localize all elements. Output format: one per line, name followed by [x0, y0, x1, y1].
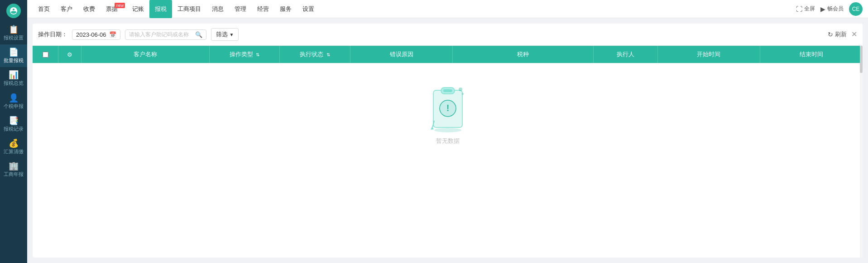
sidebar-item-label-2: 报税总览: [4, 80, 24, 86]
fullscreen-button[interactable]: ⛶ 全屏: [796, 5, 815, 13]
date-label: 操作日期：: [38, 30, 67, 39]
nav-jingying[interactable]: 经营: [252, 0, 274, 18]
user-avatar[interactable]: CE: [849, 2, 863, 16]
calendar-icon: 📅: [109, 31, 116, 38]
th-starttime: 开始时间: [657, 46, 760, 63]
nav-jizhang[interactable]: 记账: [127, 0, 149, 18]
member-icon: ▶: [820, 5, 825, 13]
baoshuishezhi-icon: 📋: [9, 25, 19, 34]
nav-shezhi[interactable]: 设置: [297, 0, 320, 18]
sidebar-item-label-4: 报税记录: [4, 126, 24, 132]
topnav-right: ⛶ 全屏 ▶ 畅会员 CE: [796, 2, 863, 16]
sidebar-item-piliangshuishu[interactable]: 📄 批量报税: [0, 44, 27, 67]
date-value: 2023-06-06: [76, 31, 106, 38]
settings-icon[interactable]: ⚙: [67, 51, 72, 58]
nav-baoshui[interactable]: 报税: [149, 0, 172, 18]
svg-rect-3: [443, 89, 452, 92]
th-customer: 客户名称: [81, 46, 209, 63]
sidebar-item-label: 报税设置: [4, 35, 24, 41]
refresh-icon: ↻: [828, 31, 833, 38]
sidebar-item-gongshangnianbaao[interactable]: 🏢 工商年报: [0, 158, 27, 181]
nav-gongshangxiangmu[interactable]: 工商项目: [172, 0, 206, 18]
content: 操作日期： 2023-06-06 📅 🔍 筛选 ▼ ↻ 刷新: [27, 18, 868, 263]
sidebar-item-baoshuishezhi[interactable]: 📋 报税设置: [0, 22, 27, 44]
toolbar: 操作日期： 2023-06-06 📅 🔍 筛选 ▼ ↻ 刷新: [33, 24, 863, 46]
piliangshuishu-icon: 📄: [9, 48, 19, 56]
sidebar-item-geshushenqing[interactable]: 👤 个税申报: [0, 90, 27, 113]
logo-icon: [6, 4, 21, 18]
main-table: ⚙ 客户名称 操作类型 ⇅ 执行状态 ⇅: [33, 46, 863, 63]
geshushenqing-icon: 👤: [9, 94, 19, 102]
refresh-button[interactable]: ↻ 刷新: [828, 30, 847, 39]
sidebar-item-baoshujilu[interactable]: 📑 报税记录: [0, 113, 27, 136]
piaoju-badge: new: [115, 3, 125, 9]
huisuanqingsuan-icon: 💰: [9, 139, 19, 147]
th-executor: 执行人: [594, 46, 657, 63]
empty-illustration: !: [425, 81, 470, 133]
nav-xiaoxi[interactable]: 消息: [206, 0, 229, 18]
baoshuizonglan-icon: 📊: [9, 71, 19, 79]
execstatus-sort-icon[interactable]: ⇅: [326, 52, 330, 57]
sidebar-logo: [0, 0, 27, 22]
fullscreen-icon: ⛶: [796, 5, 802, 13]
sidebar-item-label-1: 批量报税: [4, 58, 24, 63]
nav-shoufe[interactable]: 收费: [78, 0, 101, 18]
nav-fuwu[interactable]: 服务: [274, 0, 297, 18]
baoshujilu-icon: 📑: [9, 117, 19, 125]
close-button[interactable]: ✕: [851, 31, 857, 38]
chevron-down-icon: ▼: [230, 32, 234, 37]
empty-state: ! 暂无数据: [33, 63, 863, 172]
sidebar-item-baoshuizonglan[interactable]: 📊 报税总览: [0, 67, 27, 90]
th-optype: 操作类型 ⇅: [209, 46, 280, 63]
member-button[interactable]: ▶ 畅会员: [820, 5, 844, 13]
optype-sort-icon[interactable]: ⇅: [256, 52, 259, 57]
nav-guanli[interactable]: 管理: [229, 0, 252, 18]
date-input[interactable]: 2023-06-06 📅: [72, 29, 120, 40]
filter-label: 筛选: [216, 30, 228, 39]
topnav: 首页 客户 收费 票据 new 记账 报税 工商项目 消息: [27, 0, 868, 18]
search-icon[interactable]: 🔍: [195, 31, 202, 38]
svg-point-9: [461, 93, 464, 95]
svg-text:!: !: [446, 103, 449, 113]
sidebar-item-huisuanqingsuan[interactable]: 💰 汇算清缴: [0, 136, 27, 158]
main-wrapper: 首页 客户 收费 票据 new 记账 报税 工商项目 消息: [27, 0, 868, 263]
sidebar-item-label-3: 个税申报: [4, 103, 24, 109]
th-gear: ⚙: [58, 46, 82, 63]
nav-shouye[interactable]: 首页: [33, 0, 55, 18]
select-all-checkbox[interactable]: [43, 52, 48, 58]
topnav-items: 首页 客户 收费 票据 new 记账 报税 工商项目 消息: [33, 0, 796, 18]
scrollbar-track[interactable]: [860, 46, 863, 258]
table-container: ⚙ 客户名称 操作类型 ⇅ 执行状态 ⇅: [33, 46, 863, 258]
filter-button[interactable]: 筛选 ▼: [211, 28, 239, 41]
th-errorreason: 错误原因: [350, 46, 452, 63]
svg-point-8: [459, 88, 462, 91]
table-section: 操作日期： 2023-06-06 📅 🔍 筛选 ▼ ↻ 刷新: [33, 24, 863, 258]
th-execstatus: 执行状态 ⇅: [280, 46, 350, 63]
nav-kehu[interactable]: 客户: [55, 0, 78, 18]
gongshangnianbaao-icon: 🏢: [9, 162, 19, 170]
th-check: [33, 46, 58, 63]
search-box[interactable]: 🔍: [125, 29, 206, 40]
sidebar: 📋 报税设置 📄 批量报税 📊 报税总览 👤 个税申报 📑 报税记录 💰 汇算清…: [0, 0, 27, 263]
sidebar-item-label-5: 汇算清缴: [4, 149, 24, 155]
svg-point-0: [434, 128, 461, 132]
search-input[interactable]: [129, 31, 192, 38]
scrollbar-thumb[interactable]: [860, 46, 863, 73]
sidebar-item-label-6: 工商年报: [4, 171, 24, 177]
nav-piaoju[interactable]: 票据 new: [101, 0, 127, 18]
th-endtime: 结束时间: [760, 46, 863, 63]
svg-marker-7: [431, 127, 434, 130]
th-taxtype: 税种: [453, 46, 594, 63]
empty-text: 暂无数据: [436, 137, 460, 145]
